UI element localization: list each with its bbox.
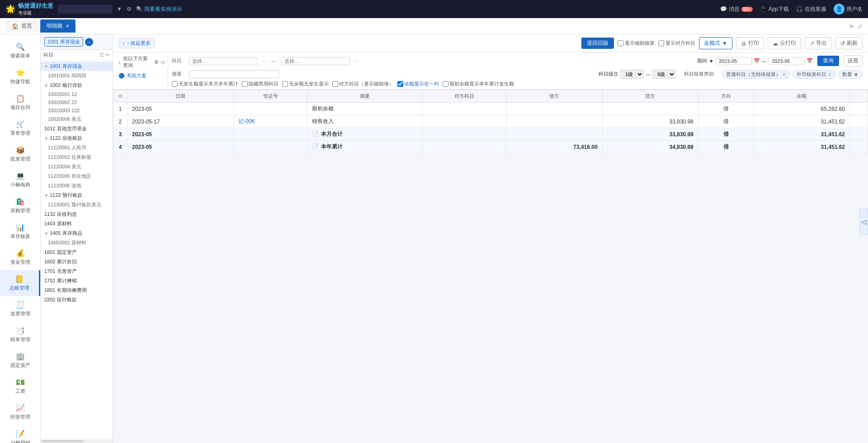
dropdown-icon[interactable]: ▼	[117, 6, 122, 12]
right-collapse-btn[interactable]: ◁	[859, 209, 868, 235]
sidebar-item-operations[interactable]: 📈 经营管理	[0, 399, 40, 425]
sidebar-item-project[interactable]: 📋 项目合同	[0, 90, 40, 115]
format-btn[interactable]: 金额式 ▼	[699, 37, 732, 49]
tree-node-10020002[interactable]: 10020002 23	[41, 98, 113, 106]
voucher-link-2[interactable]: 记-006	[238, 118, 255, 124]
tree-node-1132[interactable]: 1132 应收利息	[41, 210, 113, 219]
setting-btn[interactable]: 设置	[844, 55, 863, 67]
tree-node-1123[interactable]: ▼ 1123 预付账款	[41, 191, 113, 200]
checkbox-contra[interactable]: 对方科目（显示辅助项）	[332, 81, 394, 87]
tree-node-1702[interactable]: 1702 累计摊销	[41, 276, 113, 286]
tree-list-icon[interactable]: ☰	[99, 52, 104, 58]
tree-node-10010001[interactable]: 10010001 同同同	[41, 71, 113, 81]
sidebar-item-finance[interactable]: 💰 资金管理	[0, 244, 40, 270]
sidebar-item-salary[interactable]: 💵 工资	[0, 373, 40, 399]
solution-item[interactable]: 🔵 系统方案	[118, 71, 164, 80]
sidebar-item-quick[interactable]: ⭐ 快捷导航	[0, 64, 40, 90]
print-btn[interactable]: 🖨 打印	[736, 37, 764, 49]
sidebar-item-retail[interactable]: 🛒 零售管理	[0, 115, 40, 141]
cloud-print-btn[interactable]: ☁ 云打印	[768, 37, 801, 49]
period-dropdown-icon[interactable]: ▼	[709, 58, 714, 64]
period-from-input[interactable]	[716, 57, 752, 65]
checkbox-opening-balance[interactable]: 期初余额显示本年累计发生额	[443, 81, 514, 87]
export-btn[interactable]: ↗ 导出	[805, 37, 832, 49]
tree-node-11220002[interactable]: 11220002 往来标签	[41, 152, 113, 162]
tag-foreign-remove-btn[interactable]: ✕	[828, 72, 831, 77]
tree-node-1601[interactable]: 1601 固定资产	[41, 248, 113, 257]
tab-detail[interactable]: 明细账 ✕	[40, 19, 75, 33]
tag-normal-remove-btn[interactable]: ✕	[782, 72, 786, 77]
tree-nav-btn[interactable]: →	[85, 38, 93, 46]
show-contra-checkbox[interactable]: 显示对方科目	[658, 40, 695, 47]
expand-filter-btn[interactable]: ↑ ↑ 收起更多	[118, 38, 155, 48]
level-from-select[interactable]: 1级	[620, 70, 644, 79]
tree-node-11220006[interactable]: 11220006 游戏	[41, 181, 113, 191]
settings-icon[interactable]: ⚙	[127, 6, 132, 12]
checkbox-no-balance[interactable]: 无发生额显示本月本年累计	[172, 81, 238, 87]
tree-node-11230001[interactable]: 11230001 预付账款美元	[41, 200, 113, 210]
top-search-input[interactable]	[58, 5, 112, 14]
tab-close-all-btn[interactable]: ✕	[849, 23, 854, 30]
tab-close-btn[interactable]: ✕	[66, 24, 69, 29]
period-to-input[interactable]	[769, 57, 805, 65]
tree-node-11220004[interactable]: 11220004 美元	[41, 162, 113, 171]
tree-node-1001[interactable]: ▼ 1001 库存现金	[41, 62, 113, 71]
accounting-icon: 📒	[15, 275, 24, 283]
sidebar-item-accounting[interactable]: 📒 总账管理	[0, 270, 40, 296]
sidebar-item-fixed-assets[interactable]: 🏢 固定资产	[0, 348, 40, 373]
level-to-select[interactable]: 6级	[652, 70, 676, 79]
query-collapse-icon[interactable]: ◁	[160, 59, 164, 65]
tree-node-11220005[interactable]: 11220005 所在地区	[41, 171, 113, 181]
sidebar-item-ecommerce[interactable]: 💻 小畅电商	[0, 167, 40, 193]
tree-node-1405[interactable]: ▼ 1405 库存商品	[41, 229, 113, 238]
query-settings-icon[interactable]: ⚙	[154, 59, 159, 65]
table-row: 3 2023-05 📄 本月合计 33,830.98 借 31,451.62	[113, 128, 868, 141]
tree-node-1602[interactable]: 1602 累计折旧	[41, 257, 113, 267]
tree-node-14050001[interactable]: 14050001 原材料	[41, 238, 113, 248]
sidebar-item-tax[interactable]: 📑 税务管理	[0, 322, 40, 348]
tree-node-1122[interactable]: ▼ 1122 应收账款	[41, 133, 113, 143]
tree-node-1002[interactable]: ▼ 1002 银行存款	[41, 81, 113, 90]
app-download-btn[interactable]: 📱 App下载	[760, 5, 789, 13]
period-to-calendar-icon[interactable]: 📅	[807, 58, 813, 64]
tree-edit-icon[interactable]: ✏	[106, 52, 110, 58]
avatar-area[interactable]: 👤 用户名	[834, 4, 863, 14]
messages-btn[interactable]: 💬 消息 99+	[720, 5, 753, 13]
row-voucher-2[interactable]: 记-006	[234, 115, 307, 128]
tree-node-1012[interactable]: 1012 其他货币资金	[41, 124, 113, 133]
tree-node-10020001[interactable]: 10020001 12	[41, 90, 113, 98]
tab-expand-btn[interactable]: ⤢	[857, 23, 863, 30]
tree-node-1701[interactable]: 1701 无形资产	[41, 267, 113, 276]
tree-node-2202[interactable]: 2202 应付账款	[41, 295, 113, 305]
sidebar-item-search[interactable]: 🔍 搜索菜单	[0, 38, 40, 64]
row-extra-2	[850, 115, 868, 128]
tree-node-10020003[interactable]: 10020003 122	[41, 106, 113, 114]
table-row: 4 2023-05 📄 本年累计 73,416.00 34,830.98 借 3…	[113, 141, 868, 153]
tree-node-10020006[interactable]: 10020006 美元	[41, 114, 113, 124]
tree-node-11220001[interactable]: 11220001 人民币	[41, 143, 113, 152]
search-btn[interactable]: 查询	[817, 56, 839, 66]
return-old-btn[interactable]: 退回旧版	[581, 38, 614, 49]
checkbox-balance-one-col[interactable]: 余额显示在一列	[397, 81, 439, 87]
online-service-btn[interactable]: 🎧 在线客服	[796, 5, 826, 13]
show-aux-checkbox[interactable]: 显示辅助核算	[618, 40, 655, 47]
checkbox-no-balance-show[interactable]: 无余额无发生显示	[282, 81, 329, 87]
period-calendar-icon[interactable]: 📅	[754, 58, 760, 64]
refresh-btn[interactable]: ↺ 刷新	[835, 37, 863, 49]
sidebar-item-xiaochangbao[interactable]: 📝 小畅报销	[0, 425, 40, 443]
tree-node-1801[interactable]: 1801 长期待摊费用	[41, 286, 113, 295]
tree-node-1403[interactable]: 1403 原材料	[41, 219, 113, 229]
sidebar-item-wholesale[interactable]: 📦 批发管理	[0, 141, 40, 167]
subject-filter-input[interactable]	[189, 57, 258, 65]
demo-link[interactable]: 🔍 我要看实例演示	[136, 5, 182, 13]
tag-quantity-arrow[interactable]: ▼	[854, 72, 859, 77]
sidebar-item-invoice[interactable]: 🧾 发票管理	[0, 296, 40, 322]
level-label: 科目级次	[599, 71, 618, 77]
checkbox-hide-disabled[interactable]: 隐藏禁用科目	[242, 81, 278, 87]
summary-filter-input[interactable]	[189, 70, 279, 78]
subject-filter-input2[interactable]	[281, 57, 350, 65]
sidebar-item-inventory[interactable]: 📊 库存核算	[0, 219, 40, 244]
sidebar-item-purchase[interactable]: 🛍️ 采购管理	[0, 193, 40, 219]
gear-icon[interactable]: ⚙	[118, 93, 123, 99]
tab-home[interactable]: 🏠 首页	[5, 19, 38, 33]
